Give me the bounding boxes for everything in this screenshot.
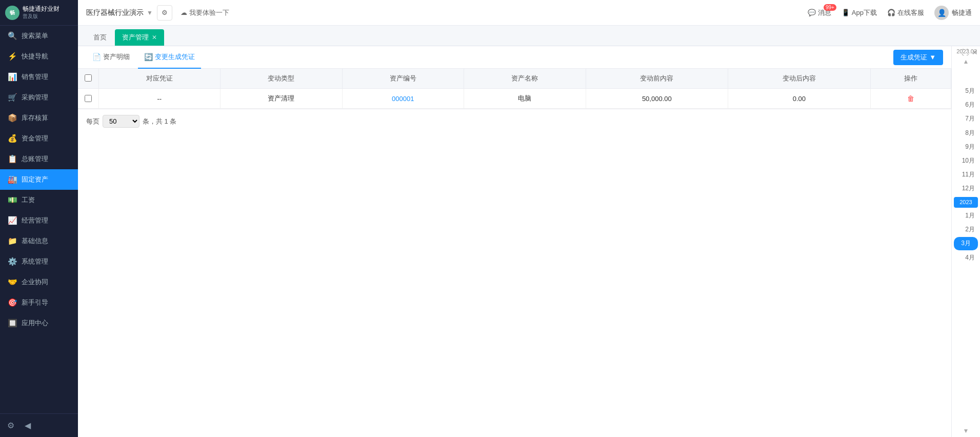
sidebar-item-search[interactable]: 🔍 搜索菜单 [0,26,78,46]
th-voucher: 对应凭证 [98,69,221,89]
content-area: 📄 资产明细 🔄 变更生成凭证 生成凭证 ▼ 对应凭证变动类型资产编号资产名称变… [78,46,980,437]
collapse-icon[interactable]: ◀ [25,421,31,430]
inventory-label: 库存核算 [22,113,48,123]
asset-list-tab-label: 资产明细 [103,52,130,62]
sidebar-item-payroll[interactable]: 💵 工资 [0,190,78,210]
funds-label: 资金管理 [22,134,48,143]
table-header: 对应凭证变动类型资产编号资产名称变动前内容变动后内容操作 [78,69,951,89]
quick-nav-label: 快捷导航 [22,52,48,61]
operations-label: 经营管理 [22,216,48,225]
sidebar-item-app-center[interactable]: 🔲 应用中心 [0,313,78,333]
app-download-action[interactable]: 📱 App下载 [842,8,877,17]
logo-icon: 畅 [5,6,19,20]
sidebar-item-basic-info[interactable]: 📁 基础信息 [0,231,78,251]
tab-asset-mgmt[interactable]: 资产管理✕ [115,29,164,46]
guide-label: 新手引导 [22,298,48,307]
sidebar-item-quick-nav[interactable]: ⚡ 快捷导航 [0,46,78,67]
timeline-close-icon[interactable]: ✕ [972,48,978,56]
delete-button-0[interactable]: 🗑 [907,94,914,103]
sidebar-item-collab[interactable]: 🤝 企业协同 [0,272,78,292]
sidebar-header: 畅 畅捷通好业财 普及版 [0,0,78,26]
timeline-month-12月[interactable]: 12月 [952,182,980,195]
th-checkbox [78,69,98,89]
timeline-month-8月[interactable]: 8月 [952,126,980,140]
th-before: 变动前内容 [586,69,728,89]
change-voucher-tab-label: 变更生成凭证 [155,52,195,62]
sidebar: 畅 畅捷通好业财 普及版 🔍 搜索菜单 ⚡ 快捷导航 📊 销售管理 🛒 采购管理… [0,0,78,437]
collab-label: 企业协同 [22,277,48,287]
inner-tab-asset-list[interactable]: 📄 资产明细 [86,46,136,69]
timeline-month-10月[interactable]: 10月 [952,154,980,168]
row-action-0: 🗑 [870,89,951,109]
inner-tab-change-voucher[interactable]: 🔄 变更生成凭证 [138,46,201,69]
page-size-select[interactable]: 102050100 [103,115,139,128]
sidebar-item-purchase[interactable]: 🛒 采购管理 [0,87,78,108]
timeline-month-4月[interactable]: 4月 [952,251,980,265]
timeline-year-2023[interactable]: 2023 [954,197,978,208]
settings-icon[interactable]: ⚙ [7,421,14,430]
row-before-0: 50,000.00 [586,89,728,109]
sidebar-item-funds[interactable]: 💰 资金管理 [0,128,78,149]
sidebar-item-operations[interactable]: 📈 经营管理 [0,210,78,231]
sidebar-item-system[interactable]: ⚙️ 系统管理 [0,251,78,272]
experience-button[interactable]: ☁ 我要体验一下 [181,8,229,17]
timeline-month-1月[interactable]: 1月 [952,209,980,223]
main-area: 医疗器械行业演示 ▼ ⚙ ☁ 我要体验一下 💬 消息 99+ 📱 App下载 🎧… [78,0,980,437]
sidebar-footer: ⚙ ◀ [0,413,78,437]
change-voucher-tab-icon: 🔄 [144,53,152,61]
system-icon: ⚙️ [7,256,17,267]
tab-close-asset-mgmt[interactable]: ✕ [152,34,157,41]
company-name: 医疗器械行业演示 [86,8,144,17]
th-action: 操作 [870,69,951,89]
row-change-type-0: 资产清理 [221,89,343,109]
th-after: 变动后内容 [728,69,871,89]
inventory-icon: 📦 [7,113,17,123]
fixed-assets-label: 固定资产 [22,175,48,184]
timeline-scroll-up[interactable]: ▲ [952,55,980,68]
sidebar-item-fixed-assets[interactable]: 🏭 固定资产 [0,169,78,190]
timeline-month-11月[interactable]: 11月 [952,168,980,182]
message-badge: 99+ [824,4,836,11]
ledger-icon: 📋 [7,154,17,164]
message-action[interactable]: 💬 消息 99+ [808,8,831,17]
basic-info-label: 基础信息 [22,236,48,246]
settings-button[interactable]: ⚙ [157,5,172,21]
customer-service-action[interactable]: 🎧 在线客服 [887,8,924,17]
data-table: 对应凭证变动类型资产编号资产名称变动前内容变动后内容操作 -- 资产清理 000… [78,69,951,109]
quick-nav-icon: ⚡ [7,51,17,62]
header-right: 💬 消息 99+ 📱 App下载 🎧 在线客服 👤 畅捷通 [808,6,972,20]
tab-bar: 首页资产管理✕ [78,26,980,46]
timeline-month-6月[interactable]: 6月 [952,98,980,112]
sidebar-item-sales[interactable]: 📊 销售管理 [0,67,78,87]
timeline-month-active[interactable]: 3月 [954,237,978,250]
table-header-row: 对应凭证变动类型资产编号资产名称变动前内容变动后内容操作 [78,69,951,89]
sidebar-item-guide[interactable]: 🎯 新手引导 [0,292,78,313]
timeline-month-7月[interactable]: 7月 [952,112,980,126]
customer-service-icon: 🎧 [887,9,895,16]
timeline-month-2月[interactable]: 2月 [952,223,980,236]
timeline-month-9月[interactable]: 9月 [952,140,980,154]
row-asset-code-0: 000001 [342,89,464,109]
th-asset-code: 资产编号 [342,69,464,89]
select-all-checkbox[interactable] [85,74,92,82]
purchase-icon: 🛒 [7,92,17,103]
generate-dropdown-arrow: ▼ [929,53,936,61]
guide-icon: 🎯 [7,297,17,308]
sidebar-item-inventory[interactable]: 📦 库存核算 [0,108,78,128]
timeline-scroll-down[interactable]: ▼ [952,425,980,437]
avatar: 👤 [934,6,949,20]
sidebar-item-ledger[interactable]: 📋 总账管理 [0,149,78,169]
page-size-label: 每页 [86,117,99,126]
app-center-label: 应用中心 [22,319,48,328]
company-selector[interactable]: 医疗器械行业演示 ▼ [86,8,153,17]
timeline-month-5月[interactable]: 5月 [952,84,980,98]
timeline-panel: ⛶ ✕ 2023.03 ▲ 5月6月7月8月9月10月11月12月20231月2… [951,46,980,437]
tab-label-home: 首页 [93,33,107,42]
tab-home[interactable]: 首页 [86,29,114,46]
row-checkbox-0[interactable] [78,89,98,109]
search-icon: 🔍 [7,31,17,41]
generate-voucher-button[interactable]: 生成凭证 ▼ [893,50,943,65]
user-profile[interactable]: 👤 畅捷通 [934,6,972,20]
basic-info-icon: 📁 [7,236,17,246]
timeline-expand-icon[interactable]: ⛶ [962,48,969,56]
